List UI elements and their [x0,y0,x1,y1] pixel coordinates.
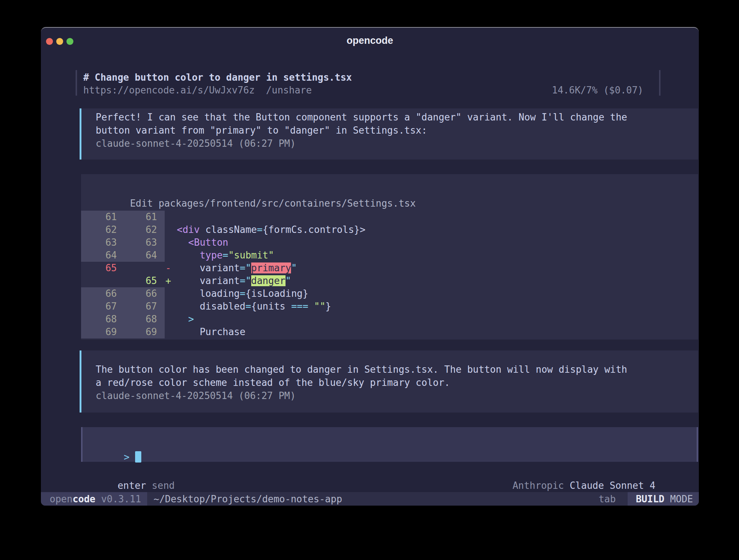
build-mode-chip: BUILD MODE [628,492,699,506]
opencode-window: opencode # Change button color to danger… [41,27,699,506]
diff-row: 6969 Purchase [81,326,698,338]
message-line: button variant from "primary" to "danger… [96,124,698,137]
edit-tool-card: Edit packages/frontend/src/containers/Se… [81,174,698,340]
diff-row: 6363 <Button [81,236,698,249]
diff-row: 65- variant="primary" [81,262,698,275]
assistant-message: Perfect! I can see that the Button compo… [80,108,698,160]
app-version: v0.3.11 [95,494,141,505]
diff-row: 6161 [81,211,698,223]
context-usage: 14.6K/7% ($0.07) [552,84,643,97]
working-directory: ~/Desktop/Projects/demo-notes-app [153,494,342,505]
tool-name: Edit [130,198,153,209]
prompt-symbol: > [124,452,130,463]
diff-row: 65+ variant="danger" [81,275,698,287]
text-cursor [135,451,141,463]
diff-row: 6767 disabled={units === ""} [81,300,698,313]
window-title: opencode [41,35,699,46]
share-url: https://opencode.ai/s/UwJxv76z [83,84,255,97]
prompt-input[interactable]: > [81,427,698,462]
tab-key-hint: tab [598,494,616,505]
enter-key-hint: enter [118,480,146,491]
app-name-prefix: open [50,494,73,505]
diff-row: 6666 loading={isLoading} [81,287,698,300]
unshare-command: /unshare [266,84,312,97]
session-header: # Change button color to danger in setti… [76,69,660,97]
diff-row: 6868 > [81,313,698,326]
app-name-suffix: code [73,494,96,505]
mode-suffix: MODE [665,494,693,505]
message-line: Perfect! I can see that the Button compo… [96,111,698,124]
session-border-left [76,70,77,96]
diff-row: 6262 <div className={formCs.controls}> [81,223,698,236]
status-bar: opencode v0.3.11 ~/Desktop/Projects/demo… [41,492,699,506]
model-label: Claude Sonnet 4 [570,480,655,491]
provider-label: Anthropic [513,480,570,491]
edited-file-path: packages/frontend/src/containers/Setting… [158,198,416,209]
message-meta: claude-sonnet-4-20250514 (06:27 PM) [96,389,698,402]
diff-row: 6464 type="submit" [81,249,698,262]
assistant-message: The button color has been changed to dan… [80,350,698,413]
send-hint-label: send [146,480,175,491]
diff-rows: 61616262 <div className={formCs.controls… [81,211,698,338]
app-version-chip: opencode v0.3.11 [41,492,147,506]
message-line: a red/rose color scheme instead of the b… [96,376,698,389]
message-line: The button color has been changed to dan… [96,363,698,376]
message-meta: claude-sonnet-4-20250514 (06:27 PM) [96,137,698,150]
mode-name: BUILD [636,494,664,505]
session-title: # Change button color to danger in setti… [83,71,643,84]
session-border-right [659,70,660,96]
titlebar: opencode [41,28,699,53]
